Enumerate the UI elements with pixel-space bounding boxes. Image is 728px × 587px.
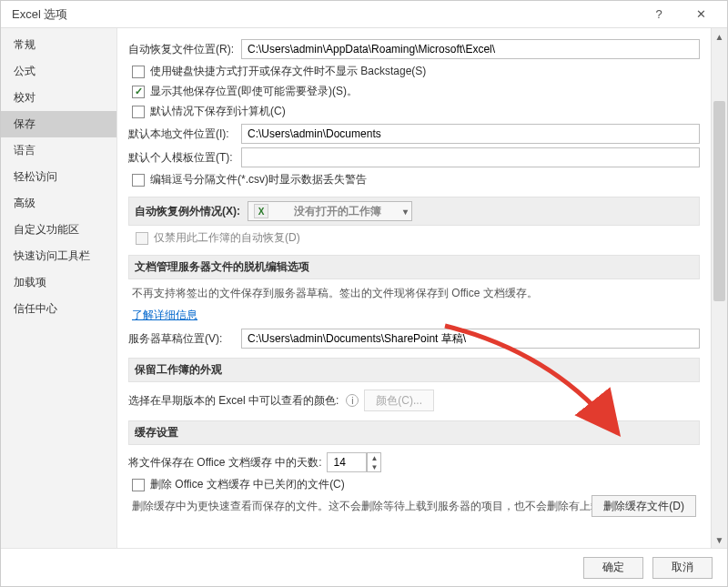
- sidebar-item-general[interactable]: 常规: [1, 32, 116, 58]
- section-document-server: 文档管理服务器文件的脱机编辑选项: [128, 255, 700, 279]
- window-title: Excel 选项: [12, 6, 67, 23]
- ok-button[interactable]: 确定: [583, 557, 643, 579]
- section-autorecover-exceptions: 自动恢复例外情况(X):: [135, 204, 240, 219]
- autorecover-workbook-dropdown[interactable]: X 没有打开的工作簿 ▾: [248, 201, 412, 221]
- chevron-down-icon: ▾: [403, 207, 408, 217]
- help-button[interactable]: ?: [638, 1, 680, 28]
- excel-icon: X: [254, 204, 268, 218]
- spinner-down-icon[interactable]: ▼: [368, 462, 380, 471]
- scrollbar-thumb[interactable]: [713, 101, 725, 301]
- default-template-location-label: 默认个人模板位置(T):: [128, 150, 236, 166]
- default-local-location-input[interactable]: [241, 124, 700, 144]
- section-cache-settings: 缓存设置: [128, 420, 700, 445]
- checkbox-delete-closed-cache[interactable]: [132, 479, 145, 491]
- checkbox-hide-backstage-label: 使用键盘快捷方式打开或保存文件时不显示 Backstage(S): [150, 64, 426, 79]
- checkbox-show-other-locations[interactable]: [132, 86, 145, 98]
- checkbox-show-other-locations-label: 显示其他保存位置(即使可能需要登录)(S)。: [150, 84, 358, 99]
- colors-button[interactable]: 颜色(C)...: [364, 390, 434, 411]
- sidebar-item-save[interactable]: 保存: [1, 111, 116, 137]
- sidebar-item-quick-access[interactable]: 快速访问工具栏: [1, 243, 116, 269]
- section-preserve-appearance: 保留工作簿的外观: [128, 358, 700, 382]
- close-button[interactable]: ✕: [680, 1, 722, 28]
- learn-more-link[interactable]: 了解详细信息: [132, 309, 197, 321]
- cache-days-label: 将文件保存在 Office 文档缓存 中的天数:: [128, 455, 321, 471]
- checkbox-save-to-computer-label: 默认情况下保存到计算机(C): [150, 104, 286, 119]
- scroll-down-icon[interactable]: ▼: [712, 531, 727, 548]
- cache-days-spinner[interactable]: ▲ ▼: [327, 452, 381, 472]
- checkbox-save-to-computer[interactable]: [132, 106, 145, 118]
- delete-cached-files-button[interactable]: 删除缓存文件(D): [592, 495, 696, 517]
- vertical-scrollbar[interactable]: ▲ ▼: [711, 28, 727, 548]
- server-draft-location-label: 服务器草稿位置(V):: [128, 331, 236, 347]
- appearance-description: 选择在早期版本的 Excel 中可以查看的颜色:: [128, 393, 339, 409]
- titlebar: Excel 选项 ? ✕: [1, 1, 727, 28]
- sidebar-item-customize-ribbon[interactable]: 自定义功能区: [1, 217, 116, 243]
- checkbox-hide-backstage[interactable]: [132, 66, 145, 78]
- sidebar-item-language[interactable]: 语言: [1, 137, 116, 164]
- checkbox-csv-warning-label: 编辑逗号分隔文件(*.csv)时显示数据丢失警告: [150, 172, 367, 187]
- autorecover-location-label: 自动恢复文件位置(R):: [128, 42, 236, 57]
- sidebar-item-addins[interactable]: 加载项: [1, 269, 116, 296]
- checkbox-disable-autorecover: [136, 232, 148, 245]
- checkbox-disable-autorecover-label: 仅禁用此工作簿的自动恢复(D): [154, 230, 300, 246]
- sidebar-item-proofing[interactable]: 校对: [1, 85, 116, 111]
- sidebar-item-trust-center[interactable]: 信任中心: [1, 296, 116, 322]
- document-server-description: 不再支持将签出的文件保存到服务器草稿。签出的文件现将保存到 Office 文档缓…: [132, 285, 700, 302]
- default-template-location-input[interactable]: [241, 147, 700, 167]
- spinner-up-icon[interactable]: ▲: [368, 453, 380, 462]
- default-local-location-label: 默认本地文件位置(I):: [128, 127, 236, 142]
- server-draft-location-input[interactable]: [241, 329, 700, 349]
- dialog-footer: 确定 取消: [1, 548, 727, 586]
- cancel-button[interactable]: 取消: [652, 557, 713, 579]
- info-icon[interactable]: i: [346, 394, 359, 407]
- autorecover-location-input[interactable]: [241, 39, 700, 59]
- sidebar-item-formulas[interactable]: 公式: [1, 58, 116, 85]
- sidebar-item-ease-of-access[interactable]: 轻松访问: [1, 164, 116, 190]
- checkbox-csv-warning[interactable]: [132, 174, 145, 187]
- settings-pane: 自动恢复文件位置(R): 使用键盘快捷方式打开或保存文件时不显示 Backsta…: [117, 28, 711, 548]
- sidebar-item-advanced[interactable]: 高级: [1, 190, 116, 217]
- checkbox-delete-closed-cache-label: 删除 Office 文档缓存 中已关闭的文件(C): [150, 477, 345, 492]
- scroll-up-icon[interactable]: ▲: [712, 28, 727, 45]
- cache-days-input[interactable]: [327, 452, 367, 472]
- sidebar: 常规 公式 校对 保存 语言 轻松访问 高级 自定义功能区 快速访问工具栏 加载…: [1, 28, 117, 548]
